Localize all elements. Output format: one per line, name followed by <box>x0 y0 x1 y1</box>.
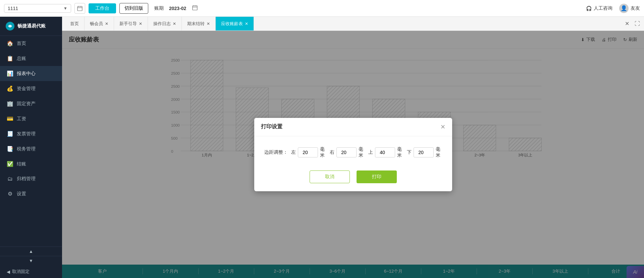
close-window-button[interactable]: ✕ <box>624 19 631 28</box>
top-label: 上 <box>368 149 373 155</box>
sidebar-item-assets[interactable]: 🏢 固定资产 <box>0 96 62 111</box>
tab-period_end[interactable]: 期末结转✕ <box>182 17 216 30</box>
top-margin-group: 上 毫米 <box>368 146 404 158</box>
sidebar-scroll-down[interactable]: ▼ <box>0 256 62 265</box>
calendar-icon[interactable] <box>74 3 85 14</box>
sidebar: 畅捷通易代账 🏠 首页 📋 总账 📊 报表中心 💰 资金管理 🏢 固定资产 💳 … <box>0 17 62 278</box>
sidebar-label-assets: 固定资产 <box>17 101 36 107</box>
bottom-margin-group: 下 毫米 <box>407 146 442 158</box>
sidebar-label-close: 结账 <box>17 161 26 167</box>
page-content: 应收账龄表 ⬇ 下载 🖨 打印 ↻ 刷新 <box>62 31 644 278</box>
maximize-button[interactable]: ⛶ <box>633 19 641 28</box>
cancel-button[interactable]: 取消 <box>310 170 350 183</box>
tab-label-receivable: 应收账龄表 <box>221 21 243 27</box>
headphone-icon: 🎧 <box>586 6 592 11</box>
tab-close-receivable[interactable]: ✕ <box>245 21 248 26</box>
print-settings-dialog: 打印设置 ✕ 边距调整： 左 毫米 右 <box>254 118 452 191</box>
dialog-body: 边距调整： 左 毫米 右 毫米 <box>254 136 452 165</box>
user-label: 友友 <box>631 5 640 11</box>
left-margin-group: 左 毫米 <box>291 146 326 158</box>
sidebar-icon-tax: 📑 <box>7 146 13 152</box>
collapse-label: 取消固定 <box>12 269 30 275</box>
period-calendar-icon[interactable] <box>191 5 198 11</box>
top-header: 1111 ▼ 工作台 切到旧版 账期 2023-02 🎧 人工咨询 👤 友 <box>0 0 644 17</box>
tab-close-guide[interactable]: ✕ <box>139 21 142 26</box>
top-unit: 毫米 <box>397 146 404 158</box>
avatar: 👤 <box>619 4 629 13</box>
tab-label-guide: 新手引导 <box>119 21 137 27</box>
sidebar-item-close[interactable]: ✅ 结账 <box>0 156 62 171</box>
collapse-icon: ◀ <box>7 269 10 274</box>
sidebar-item-ledger[interactable]: 📋 总账 <box>0 51 62 66</box>
tabs-container: 首页畅会员✕新手引导✕操作日志✕期末结转✕应收账龄表✕ <box>65 17 254 30</box>
tabs-bar: 首页畅会员✕新手引导✕操作日志✕期末结转✕应收账龄表✕ ✕ ⛶ <box>62 17 644 31</box>
sidebar-label-ledger: 总账 <box>17 56 26 62</box>
tab-receivable[interactable]: 应收账龄表✕ <box>216 17 254 30</box>
content-area: 首页畅会员✕新手引导✕操作日志✕期末结转✕应收账龄表✕ ✕ ⛶ 应收账龄表 ⬇ … <box>62 17 644 278</box>
switch-old-button[interactable]: 切到旧版 <box>119 3 148 14</box>
sidebar-label-tax: 税务管理 <box>17 146 36 152</box>
right-margin-input[interactable] <box>336 147 357 157</box>
dialog-close-button[interactable]: ✕ <box>440 123 445 131</box>
sidebar-item-home[interactable]: 🏠 首页 <box>0 36 62 51</box>
header-right: 🎧 人工咨询 👤 友友 <box>586 4 640 13</box>
period-value: 2023-02 <box>169 6 186 11</box>
company-name: 1111 <box>8 6 61 11</box>
sidebar-label-funds: 资金管理 <box>17 86 36 92</box>
logo-text: 畅捷通易代账 <box>17 23 46 29</box>
sidebar-label-home: 首页 <box>17 41 26 47</box>
sidebar-item-archive[interactable]: 🗂 归档管理 <box>0 171 62 186</box>
company-selector[interactable]: 1111 ▼ <box>4 4 71 13</box>
sidebar-label-reports: 报表中心 <box>17 71 36 77</box>
sidebar-icon-assets: 🏢 <box>7 100 13 107</box>
sidebar-icon-home: 🏠 <box>7 40 13 47</box>
sidebar-icon-close: ✅ <box>7 161 13 167</box>
sidebar-icon-salary: 💳 <box>7 116 13 122</box>
tab-home[interactable]: 首页 <box>65 17 85 30</box>
sidebar-icon-funds: 💰 <box>7 85 13 92</box>
sidebar-icon-settings: ⚙ <box>7 191 13 197</box>
sidebar-item-tax[interactable]: 📑 税务管理 <box>0 141 62 156</box>
support-button[interactable]: 🎧 人工咨询 <box>586 5 612 11</box>
main-layout: 畅捷通易代账 🏠 首页 📋 总账 📊 报表中心 💰 资金管理 🏢 固定资产 💳 … <box>0 17 644 278</box>
sidebar-item-salary[interactable]: 💳 工资 <box>0 111 62 126</box>
sidebar-icon-archive: 🗂 <box>7 176 13 182</box>
sidebar-scroll-up[interactable]: ▲ <box>0 247 62 256</box>
sidebar-icon-invoice: 🧾 <box>7 131 13 137</box>
tab-oplog[interactable]: 操作日志✕ <box>148 17 182 30</box>
tab-label-period_end: 期末结转 <box>187 21 205 27</box>
collapse-button[interactable]: ◀ 取消固定 <box>0 265 62 278</box>
period-label: 账期 <box>154 5 164 11</box>
right-unit: 毫米 <box>359 146 365 158</box>
tab-close-oplog[interactable]: ✕ <box>173 21 176 26</box>
margin-form-row: 边距调整： 左 毫米 右 毫米 <box>264 146 442 158</box>
sidebar-item-reports[interactable]: 📊 报表中心 <box>0 66 62 81</box>
sidebar-item-settings[interactable]: ⚙ 设置 <box>0 186 62 201</box>
sidebar-label-invoice: 发票管理 <box>17 131 36 137</box>
sidebar-item-funds[interactable]: 💰 资金管理 <box>0 81 62 96</box>
tab-close-period_end[interactable]: ✕ <box>207 21 210 26</box>
dialog-title: 打印设置 <box>261 123 282 130</box>
bottom-margin-input[interactable] <box>414 147 434 157</box>
confirm-print-button[interactable]: 打印 <box>357 170 397 183</box>
left-margin-input[interactable] <box>298 147 318 157</box>
tab-label-home: 首页 <box>70 21 79 27</box>
logo-icon <box>5 21 15 31</box>
svg-rect-0 <box>77 6 82 11</box>
tab-close-member[interactable]: ✕ <box>105 21 108 26</box>
sidebar-label-salary: 工资 <box>17 116 26 122</box>
user-button[interactable]: 👤 友友 <box>619 4 640 13</box>
tab-member[interactable]: 畅会员✕ <box>85 17 114 30</box>
left-unit: 毫米 <box>320 146 326 158</box>
dialog-footer: 取消 打印 <box>254 165 452 191</box>
tab-label-oplog: 操作日志 <box>153 21 171 27</box>
right-margin-group: 右 毫米 <box>330 146 365 158</box>
tab-guide[interactable]: 新手引导✕ <box>114 17 148 30</box>
workbench-button[interactable]: 工作台 <box>89 3 116 13</box>
bottom-unit: 毫米 <box>436 146 442 158</box>
sidebar-item-invoice[interactable]: 🧾 发票管理 <box>0 126 62 141</box>
top-margin-input[interactable] <box>375 147 395 157</box>
sidebar-items: 🏠 首页 📋 总账 📊 报表中心 💰 资金管理 🏢 固定资产 💳 工资 🧾 发票… <box>0 36 62 201</box>
sidebar-icon-reports: 📊 <box>7 70 13 77</box>
margin-label: 边距调整： <box>264 149 288 155</box>
